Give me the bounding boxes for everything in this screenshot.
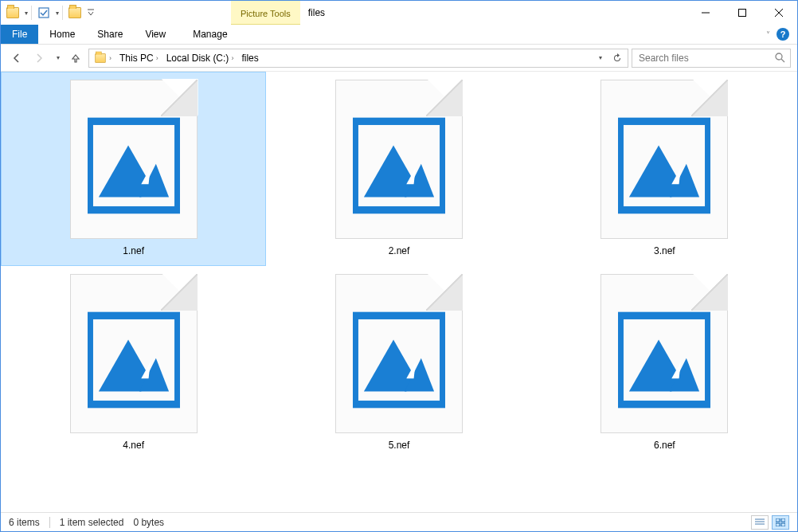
qat-dropdown-icon[interactable]: ▾ xyxy=(25,10,28,17)
ribbon-tabs: File Home Share View Manage ˅ ? xyxy=(1,25,797,45)
qat-newfolder-icon[interactable] xyxy=(66,4,84,22)
help-icon[interactable]: ? xyxy=(776,28,789,41)
search-input[interactable] xyxy=(637,52,775,65)
svg-rect-35 xyxy=(776,518,780,522)
thumbnails-view-button[interactable] xyxy=(772,515,789,530)
picture-icon xyxy=(88,116,180,215)
file-item[interactable]: 3.nef xyxy=(532,72,797,266)
svg-marker-17 xyxy=(629,145,681,197)
picture-icon xyxy=(353,311,445,409)
search-icon xyxy=(775,53,785,63)
file-pane[interactable]: 1.nef 2.nef 3.nef 4.nef 5.nef xyxy=(1,72,797,512)
svg-rect-37 xyxy=(776,523,780,526)
picture-icon xyxy=(88,311,180,409)
address-bar[interactable]: › This PC› Local Disk (C:)› files ▾ xyxy=(88,49,628,68)
status-bar: 6 items 1 item selected 0 bytes xyxy=(1,512,797,531)
file-item[interactable]: 4.nef xyxy=(1,266,266,460)
file-item[interactable]: 6.nef xyxy=(532,266,797,460)
contextual-tab-header: Picture Tools xyxy=(231,1,300,25)
file-name: 3.nef xyxy=(654,245,675,256)
breadcrumb-folder[interactable]: files xyxy=(238,49,261,67)
window-controls xyxy=(687,1,797,25)
tab-share[interactable]: Share xyxy=(86,25,134,44)
file-thumbnail xyxy=(70,274,198,433)
address-root-icon[interactable]: › xyxy=(91,49,115,67)
maximize-button[interactable] xyxy=(724,1,761,25)
breadcrumb-drive[interactable]: Local Disk (C:)› xyxy=(163,49,237,67)
svg-marker-9 xyxy=(99,145,151,197)
svg-rect-0 xyxy=(39,8,49,18)
minimize-button[interactable] xyxy=(687,1,724,25)
picture-icon xyxy=(618,116,710,215)
file-thumbnail xyxy=(335,274,463,433)
contextual-tab-label: Picture Tools xyxy=(241,7,291,18)
status-size: 0 bytes xyxy=(133,517,164,528)
tab-manage[interactable]: Manage xyxy=(182,25,238,44)
separator xyxy=(31,6,32,20)
file-item[interactable]: 5.nef xyxy=(266,266,531,460)
file-name: 4.nef xyxy=(123,440,144,451)
file-thumbnail xyxy=(335,80,463,239)
ribbon-expand-icon[interactable]: ˅ xyxy=(766,30,770,39)
svg-rect-3 xyxy=(739,10,746,17)
separator xyxy=(62,6,63,20)
qat-folder-icon[interactable] xyxy=(4,4,22,22)
svg-marker-25 xyxy=(364,339,416,391)
tab-file[interactable]: File xyxy=(1,25,38,44)
recent-dropdown-icon[interactable]: ▾ xyxy=(52,49,63,68)
svg-marker-13 xyxy=(364,145,416,197)
svg-rect-36 xyxy=(781,518,785,522)
file-name: 2.nef xyxy=(389,245,410,256)
status-item-count: 6 items xyxy=(9,517,40,528)
breadcrumb-thispc[interactable]: This PC› xyxy=(116,49,162,67)
refresh-button[interactable] xyxy=(608,49,626,67)
qat-properties-icon[interactable] xyxy=(35,4,53,22)
file-name: 1.nef xyxy=(123,245,144,256)
svg-point-6 xyxy=(776,53,782,60)
up-button[interactable] xyxy=(66,49,85,68)
address-dropdown-icon[interactable]: ▾ xyxy=(591,49,608,67)
qat-customize-icon[interactable] xyxy=(85,4,96,22)
forward-button[interactable] xyxy=(29,49,49,68)
picture-icon xyxy=(618,311,710,409)
search-box[interactable] xyxy=(632,49,791,68)
svg-rect-38 xyxy=(781,523,785,526)
window-title: files xyxy=(300,1,333,25)
details-view-button[interactable] xyxy=(751,515,769,530)
file-item[interactable]: 1.nef xyxy=(1,72,266,266)
separator xyxy=(49,517,50,528)
file-name: 5.nef xyxy=(389,440,410,451)
navigation-bar: ▾ › This PC› Local Disk (C:)› files ▾ xyxy=(1,45,797,72)
svg-marker-21 xyxy=(99,339,151,391)
back-button[interactable] xyxy=(7,49,26,68)
file-item[interactable]: 2.nef xyxy=(266,72,531,266)
svg-marker-29 xyxy=(629,339,681,391)
picture-icon xyxy=(353,116,445,215)
file-thumbnail xyxy=(70,80,198,239)
svg-line-7 xyxy=(781,59,784,62)
title-bar: ▾ ▾ Picture Tools files xyxy=(1,1,797,25)
tab-view[interactable]: View xyxy=(134,25,177,44)
quick-access-toolbar: ▾ ▾ xyxy=(1,1,100,25)
qat-dropdown2-icon[interactable]: ▾ xyxy=(56,10,59,17)
file-thumbnail xyxy=(600,274,728,433)
close-button[interactable] xyxy=(761,1,797,25)
status-selected-count: 1 item selected xyxy=(60,517,124,528)
tab-home[interactable]: Home xyxy=(38,25,86,44)
file-name: 6.nef xyxy=(654,440,675,451)
file-thumbnail xyxy=(600,80,728,239)
